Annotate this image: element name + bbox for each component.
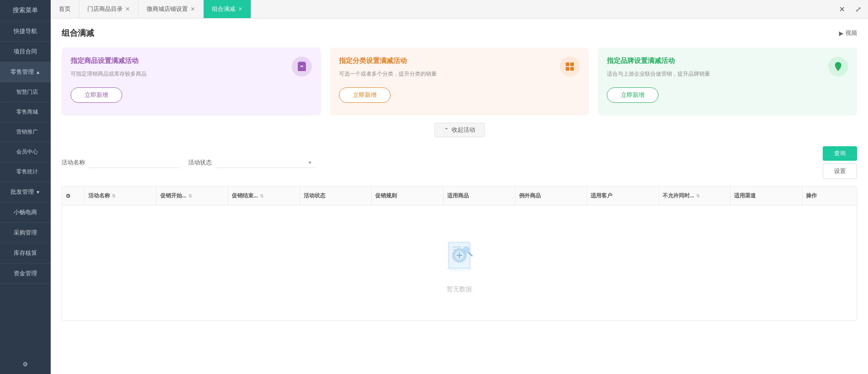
- tab-product-catalog-label: 门店商品目录: [87, 5, 123, 13]
- tab-wechat-store[interactable]: 微商城店铺设置 ✕: [138, 0, 204, 18]
- product-card-icon: [292, 57, 312, 77]
- th-applicable-customers: 适用客户: [587, 187, 659, 205]
- collapse-row: ⌃ 收起活动: [62, 123, 857, 137]
- sidebar-item-label: 营销推广: [16, 128, 38, 136]
- sidebar-search[interactable]: 搜索菜单: [0, 0, 51, 21]
- th-promo-start[interactable]: 促销开始... ⇅: [157, 187, 229, 205]
- svg-rect-1: [570, 62, 574, 66]
- th-activity-name[interactable]: 活动名称 ⇅: [85, 187, 157, 205]
- table-container: ⚙ 活动名称 ⇅ 促销开始... ⇅ 促销结束... ⇅ 活动状态: [62, 186, 857, 321]
- sidebar-item-project-contract[interactable]: 项目合同: [0, 42, 51, 62]
- collapse-btn[interactable]: ⌃ 收起活动: [434, 123, 485, 137]
- activity-status-field: 活动状态 ▾: [188, 157, 315, 168]
- th-no-overlap-label: 不允许同时...: [663, 192, 694, 200]
- product-card: 指定商品设置满减活动 可指定滞销商品或库存较多商品 立即新增: [62, 48, 321, 115]
- activity-status-input[interactable]: [215, 157, 315, 168]
- th-applicable-channel-label: 适用渠道: [734, 192, 756, 200]
- tab-bar: 首页 门店商品目录 ✕ 微商城店铺设置 ✕ 组合满减 ✕ ✕ ⤢: [51, 0, 868, 19]
- th-activity-status: 活动状态: [300, 187, 372, 205]
- th-excluded-products-label: 例外商品: [519, 192, 541, 200]
- sidebar-item-label: 项目合同: [14, 48, 37, 56]
- video-label: 视频: [845, 29, 857, 37]
- tab-home[interactable]: 首页: [51, 0, 79, 18]
- th-promo-end[interactable]: 促销结束... ⇅: [228, 187, 300, 205]
- th-applicable-products-label: 适用商品: [447, 192, 469, 200]
- svg-rect-14: [452, 249, 458, 250]
- chevron-up-icon: ⌃: [444, 127, 449, 134]
- sidebar-item-smart-store[interactable]: 智慧门店: [0, 82, 51, 102]
- sidebar-item-label: 会员中心: [16, 148, 38, 156]
- activity-name-field: 活动名称: [62, 157, 179, 168]
- tab-product-catalog-close[interactable]: ✕: [125, 6, 130, 12]
- sidebar-item-retail-mgmt[interactable]: 零售管理 ▲: [0, 62, 51, 82]
- th-activity-name-label: 活动名称: [88, 192, 110, 200]
- activity-name-input[interactable]: [89, 157, 179, 168]
- th-promo-rule: 促销规则: [372, 187, 444, 205]
- category-card-title: 指定分类设置满减活动: [339, 57, 580, 65]
- collapse-label: 收起活动: [452, 126, 475, 134]
- search-bar: 活动名称 活动状态 ▾ 查询 设置: [62, 146, 857, 179]
- sidebar-item-retail-mall[interactable]: 零售商城: [0, 102, 51, 122]
- page-header: 组合满减 ▶ 视频: [62, 28, 857, 38]
- th-applicable-customers-label: 适用客户: [591, 192, 612, 200]
- activity-status-label: 活动状态: [188, 158, 212, 167]
- th-no-overlap[interactable]: 不允许同时... ⇅: [659, 187, 731, 205]
- sort-icon: ⇅: [112, 193, 115, 198]
- svg-rect-2: [566, 67, 569, 71]
- window-close-btn[interactable]: ✕: [835, 3, 848, 15]
- activity-status-wrapper: ▾: [215, 157, 315, 168]
- tab-combo-discount-close[interactable]: ✕: [238, 6, 243, 12]
- play-circle-icon: ▶: [839, 30, 844, 37]
- th-settings[interactable]: ⚙: [62, 187, 85, 205]
- settings-button[interactable]: 设置: [823, 163, 857, 179]
- category-card-btn[interactable]: 立即新增: [339, 87, 391, 103]
- th-promo-rule-label: 促销规则: [375, 192, 397, 200]
- activity-name-label: 活动名称: [62, 158, 85, 167]
- th-operations: 操作: [802, 187, 857, 205]
- query-button[interactable]: 查询: [823, 146, 857, 161]
- tab-combo-discount[interactable]: 组合满减 ✕: [204, 0, 251, 18]
- chevron-up-icon: ▲: [36, 70, 40, 75]
- tab-product-catalog[interactable]: 门店商品目录 ✕: [79, 0, 138, 18]
- tab-home-label: 首页: [59, 5, 71, 13]
- video-link[interactable]: ▶ 视频: [839, 29, 857, 37]
- sidebar-item-label: 采购管理: [14, 229, 37, 237]
- sidebar-item-retail-stats[interactable]: 零售统计: [0, 162, 51, 182]
- gear-icon: ⚙: [23, 361, 28, 368]
- page-title: 组合满减: [62, 28, 94, 38]
- sidebar-item-label: 零售商城: [16, 108, 38, 116]
- sort-icon: ⇅: [188, 193, 192, 198]
- sidebar-item-quick-nav[interactable]: 快捷导航: [0, 21, 51, 42]
- sidebar-item-inventory[interactable]: 库存核算: [0, 243, 51, 264]
- sidebar-item-xiaochang[interactable]: 小畅电商: [0, 202, 51, 223]
- sidebar-item-label: 快捷导航: [14, 27, 37, 35]
- brand-card-btn[interactable]: 立即新增: [607, 87, 658, 103]
- category-card-desc: 可选一个或者多个分类，提升分类的销量: [339, 70, 580, 78]
- sidebar-item-label: 资金管理: [14, 269, 37, 278]
- settings-icon: ⚙: [66, 193, 71, 199]
- sidebar-item-label: 零售统计: [16, 168, 38, 176]
- th-applicable-channel: 适用渠道: [730, 187, 802, 205]
- sidebar-item-member-center[interactable]: 会员中心: [0, 142, 51, 162]
- tab-combo-discount-label: 组合满减: [212, 5, 235, 13]
- sidebar: 搜索菜单 快捷导航 项目合同 零售管理 ▲ 智慧门店 零售商城 营销推广 会员中…: [0, 0, 51, 374]
- category-card: 指定分类设置满减活动 可选一个或者多个分类，提升分类的销量 立即新增: [330, 48, 589, 115]
- th-promo-end-label: 促销结束...: [232, 192, 258, 200]
- sidebar-item-purchase-mgmt[interactable]: 采购管理: [0, 223, 51, 243]
- window-maximize-btn[interactable]: ⤢: [852, 3, 864, 15]
- sidebar-item-finance[interactable]: 资金管理: [0, 264, 51, 284]
- product-card-btn[interactable]: 立即新增: [71, 87, 122, 103]
- sidebar-settings[interactable]: ⚙: [0, 355, 51, 374]
- sidebar-item-marketing[interactable]: 营销推广: [0, 122, 51, 142]
- tab-wechat-store-close[interactable]: ✕: [191, 6, 195, 12]
- tab-actions: ✕ ⤢: [835, 3, 868, 15]
- brand-card-title: 指定品牌设置满减活动: [607, 57, 848, 65]
- search-actions: 查询 设置: [823, 146, 857, 179]
- sidebar-item-wholesale-mgmt[interactable]: 批发管理 ▼: [0, 182, 51, 202]
- th-promo-start-label: 促销开始...: [160, 192, 186, 200]
- sidebar-item-label: 库存核算: [14, 249, 37, 257]
- sort-icon: ⇅: [696, 193, 700, 198]
- sidebar-item-label: 智慧门店: [16, 88, 38, 96]
- th-operations-label: 操作: [806, 192, 817, 200]
- table-header: ⚙ 活动名称 ⇅ 促销开始... ⇅ 促销结束... ⇅ 活动状态: [62, 187, 857, 206]
